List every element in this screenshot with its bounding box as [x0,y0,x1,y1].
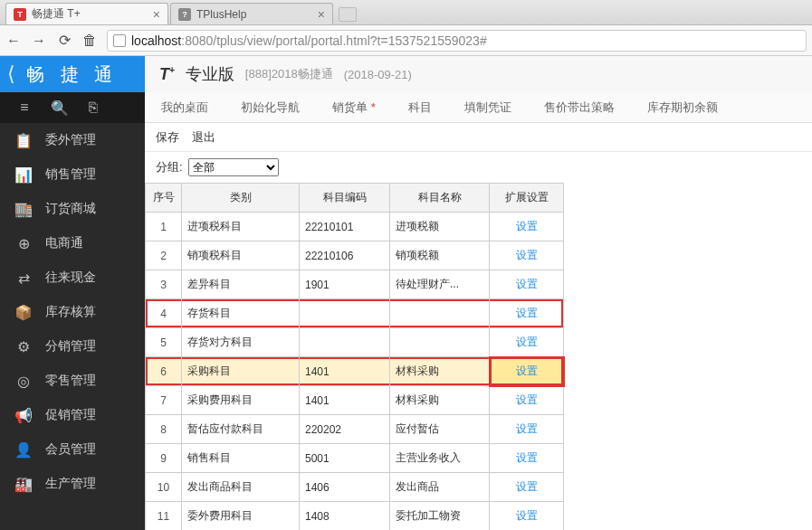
sidebar-top: ≡ 🔍 ⎘ [0,92,145,123]
sidebar-item-retail[interactable]: ◎零售管理 [0,364,145,398]
sidebar-item-production[interactable]: 🏭生产管理 [0,467,145,501]
edition-text: 专业版 [186,63,234,85]
sidebar-item-inventory[interactable]: 📦库存核算 [0,295,145,329]
chart-icon: 📊 [14,166,33,184]
gear-icon: ⚙ [14,338,33,355]
brand-logo: ⟨ 畅 捷 通 [0,62,145,87]
ext-link[interactable]: 设置 [516,480,538,493]
sidebar-item-member[interactable]: 👤会员管理 [0,432,145,467]
cell-name: 应付暂估 [390,415,490,444]
table-row[interactable]: 3差异科目1901待处理财产...设置 [146,270,564,299]
browser-tab-active[interactable]: T 畅捷通 T+ × [5,3,168,24]
sidebar-item-label: 零售管理 [45,373,96,389]
cell-type: 暂估应付款科目 [182,415,300,444]
close-icon[interactable]: × [310,7,325,22]
cell-type: 销项税科目 [182,241,300,270]
forward-icon[interactable]: → [31,33,47,49]
table-row[interactable]: 4存货科目设置 [146,299,564,328]
export-icon[interactable]: ⎘ [85,99,101,116]
sidebar-item-promo[interactable]: 📢促销管理 [0,398,145,432]
sidebar-item-label: 库存核算 [45,304,96,320]
content: 我的桌面 初始化导航 销货单 * 科目 填制凭证 售价带出策略 库存期初余额 保… [145,92,812,530]
sidebar-item-mall[interactable]: 🏬订货商城 [0,192,145,226]
sidebar-item-distribution[interactable]: ⚙分销管理 [0,329,145,364]
menu-icon[interactable]: ≡ [16,99,33,116]
group-select[interactable]: 全部 [188,158,279,176]
tab-desktop[interactable]: 我的桌面 [158,98,212,118]
favicon-icon: ? [178,8,191,21]
table-row[interactable]: 1进项税科目22210101进项税额设置 [146,213,564,241]
sidebar-item-label: 委外管理 [45,132,96,148]
ext-link[interactable]: 设置 [516,509,538,522]
table-row[interactable]: 5存货对方科目设置 [146,328,564,357]
sidebar-item-cash[interactable]: ⇄往来现金 [0,260,145,295]
cell-ext: 设置 [490,213,564,241]
cell-name: 发出商品 [390,473,490,502]
back-icon[interactable]: ← [5,33,22,49]
close-icon[interactable]: × [146,7,160,22]
new-tab-button[interactable] [339,7,357,22]
tab-init[interactable]: 初始化导航 [237,98,303,118]
cell-type: 发出商品科目 [182,473,300,502]
megaphone-icon: 📢 [14,407,33,424]
ext-link[interactable]: 设置 [516,451,538,464]
ext-link[interactable]: 设置 [516,393,538,406]
table-wrap: 序号 类别 科目编码 科目名称 扩展设置 1进项税科目22210101进项税额设… [145,183,812,530]
sidebar-item-label: 订货商城 [45,201,96,217]
exit-button[interactable]: 退出 [192,129,215,146]
ext-link[interactable]: 设置 [516,364,538,377]
cell-seq: 8 [146,415,182,444]
table-row[interactable]: 8暂估应付款科目220202应付暂估设置 [146,415,564,444]
ext-link[interactable]: 设置 [516,220,538,232]
ext-link[interactable]: 设置 [516,278,538,290]
search-icon[interactable]: 🔍 [51,99,67,117]
cell-ext: 设置 [490,241,564,270]
target-icon: ◎ [14,373,33,390]
cell-type: 进项税科目 [182,213,300,241]
cell-code: 220202 [300,415,390,444]
table-row[interactable]: 6采购科目1401材料采购设置 [146,357,564,386]
cell-name: 主营业务收入 [390,444,490,473]
sidebar-item-sales[interactable]: 📊销售管理 [0,157,145,192]
tab-subject[interactable]: 科目 [405,98,435,118]
cell-name: 待处理财产... [390,270,490,299]
table-row[interactable]: 9销售科目5001主营业务收入设置 [146,444,564,473]
url-bar[interactable]: localhost:8080/tplus/view/portal/portal.… [107,30,807,52]
cell-seq: 9 [146,444,182,473]
cell-seq: 5 [146,328,182,357]
header-date: (2018-09-21) [344,68,412,81]
cell-ext: 设置 [490,357,564,386]
sidebar-item-outsource[interactable]: 📋委外管理 [0,123,145,157]
sidebar-item-ecom[interactable]: ⊕电商通 [0,226,145,260]
subject-table: 序号 类别 科目编码 科目名称 扩展设置 1进项税科目22210101进项税额设… [145,183,564,530]
cell-type: 采购科目 [182,357,300,386]
save-button[interactable]: 保存 [156,129,179,146]
header-info: T+ 专业版 [888]2018畅捷通 (2018-09-21) [145,56,812,92]
ext-link[interactable]: 设置 [516,336,538,348]
browser-tab-inactive[interactable]: ? TPlusHelp × [170,3,333,24]
app-header: ⟨ 畅 捷 通 T+ 专业版 [888]2018畅捷通 (2018-09-21) [0,56,812,92]
reload-icon[interactable]: ⟳ [56,33,72,49]
table-row[interactable]: 10发出商品科目1406发出商品设置 [146,473,564,502]
ext-link[interactable]: 设置 [516,249,538,261]
page-icon [113,34,126,47]
back-arrow-icon[interactable]: ⟨ [7,62,21,86]
table-row[interactable]: 2销项税科目22210106销项税额设置 [146,241,564,270]
trash-icon[interactable]: 🗑 [81,33,98,49]
table-row[interactable]: 7采购费用科目1401材料采购设置 [146,386,564,415]
store-icon: 🏬 [14,201,33,218]
browser-toolbar: ← → ⟳ 🗑 localhost:8080/tplus/view/portal… [0,25,812,56]
cell-code: 22210101 [300,213,390,241]
tab-title: TPlusHelp [196,8,246,21]
cell-name: 材料采购 [390,357,490,386]
edition-badge: T+ [159,65,175,84]
tab-price-policy[interactable]: 售价带出策略 [540,98,618,118]
ext-link[interactable]: 设置 [516,422,538,435]
tab-sales-order[interactable]: 销货单 * [329,98,379,118]
ext-link[interactable]: 设置 [516,307,538,319]
table-row[interactable]: 11委外费用科目1408委托加工物资设置 [146,502,564,531]
box-icon: 📦 [14,304,33,321]
cell-name: 销项税额 [390,241,490,270]
tab-opening-balance[interactable]: 库存期初余额 [644,98,721,118]
tab-voucher[interactable]: 填制凭证 [461,98,515,118]
